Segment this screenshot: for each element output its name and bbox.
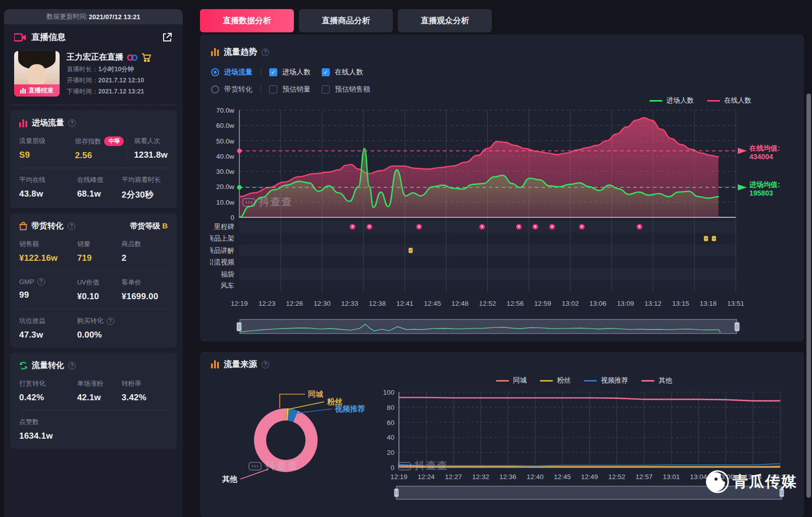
metric-value: 0.00%	[77, 330, 168, 340]
radio-enter-traffic[interactable]	[211, 68, 219, 76]
event-marker[interactable]	[704, 236, 708, 241]
streamer-card: 直播结束 王力宏正在直播 直播时长：1小时10分钟 开播时间：2021.7.12…	[4, 43, 183, 97]
svg-text:12:56: 12:56	[506, 300, 524, 307]
source-legend: 同城粉丝视频推荐其他	[496, 376, 672, 385]
metric-label: 销量	[77, 240, 122, 249]
donut-label-视频推荐: 视频推荐	[334, 404, 365, 413]
legend-item[interactable]: 粉丝	[540, 376, 571, 385]
brush-handle-left[interactable]	[394, 489, 398, 497]
help-icon[interactable]: ?	[68, 362, 76, 369]
radio-sales-conversion-label[interactable]: 带货转化	[224, 85, 252, 94]
checkbox-enter-count-label[interactable]: 进场人数	[282, 68, 311, 77]
svg-text:12:48: 12:48	[451, 300, 469, 307]
milestone-marker[interactable]	[479, 224, 485, 229]
divider	[10, 105, 177, 105]
checkbox-est-sales-label[interactable]: 预估销量	[282, 85, 311, 94]
live-status-badge: 直播结束	[14, 84, 60, 97]
svg-text:12:26: 12:26	[286, 300, 303, 307]
tab-2[interactable]: 直播商品分析	[299, 9, 393, 32]
milestone-marker[interactable]	[416, 224, 422, 229]
legend-item[interactable]: 视频推荐	[584, 376, 628, 385]
cart-icon[interactable]	[141, 53, 151, 62]
update-time-bar: 数据更新时间:2021/07/12 13:21	[4, 9, 183, 24]
streamer-avatar[interactable]: 直播结束	[14, 51, 60, 97]
metric-value: ¥1699.00	[122, 292, 168, 302]
svg-text:70.0w: 70.0w	[216, 107, 234, 114]
help-icon[interactable]: ?	[107, 317, 114, 325]
help-icon[interactable]: ?	[68, 119, 76, 127]
analysis-tabs: 直播数据分析直播商品分析直播观众分析	[200, 9, 492, 32]
help-icon[interactable]: ?	[262, 361, 269, 368]
legend-item[interactable]: 其他	[641, 376, 672, 385]
checkbox-online-count[interactable]: ✓	[322, 68, 330, 76]
trend-chart: 70.0w60.0w50.0w40.0w30.0w20.0w10.0w0在线均值…	[210, 105, 796, 339]
milestone-marker[interactable]	[637, 224, 642, 229]
svg-text:30.0w: 30.0w	[216, 168, 234, 175]
brush-handle-right[interactable]	[735, 322, 739, 331]
streamer-name[interactable]: 王力宏正在直播	[67, 52, 123, 63]
svg-text:福袋: 福袋	[221, 270, 234, 278]
link-icon[interactable]	[127, 54, 138, 61]
milestone-marker[interactable]	[367, 224, 372, 229]
metric-value: 99	[19, 290, 77, 300]
metric-label: 在线峰值	[77, 175, 122, 184]
sales-title: 带货转化	[31, 221, 64, 231]
donut-slice-其他[interactable]	[254, 408, 318, 472]
tab-1[interactable]: 直播数据分析	[200, 9, 294, 32]
svg-text:12:19: 12:19	[390, 473, 408, 481]
svg-text:13:09: 13:09	[617, 300, 634, 307]
metric-value: 68.1w	[77, 189, 122, 199]
checkbox-est-sales[interactable]	[269, 85, 277, 93]
metric-label: 平均观看时长	[122, 175, 168, 184]
svg-text:12:23: 12:23	[259, 300, 276, 307]
milestone-marker[interactable]	[579, 224, 585, 229]
checkbox-enter-count[interactable]: ✓	[269, 68, 277, 76]
svg-text:12:40: 12:40	[527, 473, 544, 481]
metric-label: 销售额	[19, 240, 77, 249]
metric-label: 点赞数	[19, 417, 168, 427]
milestone-marker[interactable]	[532, 224, 538, 229]
metric-label: 留存指数中等	[75, 136, 126, 146]
svg-text:40.0w: 40.0w	[216, 153, 234, 160]
milestone-marker[interactable]	[549, 224, 555, 229]
event-marker[interactable]	[712, 236, 716, 241]
svg-text:20: 20	[387, 449, 394, 456]
enter-traffic-card: 进场流量 ? 流量层级S9 留存指数中等2.56 观看人次1231.8w 平均在…	[10, 110, 177, 208]
source-line-chart: 02040608010012:1912:2412:2712:3212:3612:…	[372, 387, 804, 517]
milestone-marker[interactable]	[350, 224, 356, 229]
trend-brush[interactable]	[237, 319, 739, 334]
metric-label: 流量层级	[19, 136, 75, 146]
svg-text:里程碑: 里程碑	[214, 223, 235, 230]
svg-text:12:52: 12:52	[479, 300, 496, 307]
page-scrollbar[interactable]	[806, 93, 811, 498]
svg-text:商品上架: 商品上架	[210, 234, 234, 242]
help-icon[interactable]: ?	[68, 222, 75, 230]
checkbox-online-count-label[interactable]: 在线人数	[335, 68, 363, 77]
metric-label: 单场涨粉	[77, 379, 122, 388]
help-icon[interactable]: ?	[262, 49, 269, 56]
checkbox-est-revenue[interactable]	[322, 85, 330, 93]
checkbox-est-revenue-label[interactable]: 预估销售额	[335, 85, 370, 94]
legend-item[interactable]: 进场人数	[649, 96, 694, 105]
legend-item[interactable]: 在线人数	[707, 96, 751, 105]
svg-text:80: 80	[387, 404, 394, 411]
radio-sales-conversion[interactable]	[211, 85, 219, 93]
metric-label: UV价值	[77, 278, 122, 287]
milestone-marker[interactable]	[516, 224, 522, 229]
tab-3[interactable]: 直播观众分析	[398, 9, 492, 32]
external-link-icon[interactable]	[162, 32, 173, 43]
legend-item[interactable]: 同城	[496, 376, 527, 385]
event-marker[interactable]	[409, 248, 413, 253]
svg-text:60.0w: 60.0w	[216, 122, 234, 129]
metric-value: 2.56	[75, 151, 126, 161]
sales-grade: 带货等级B	[130, 221, 168, 231]
svg-text:13:02: 13:02	[562, 300, 579, 307]
metric-value: 719	[77, 253, 122, 263]
radio-enter-traffic-label[interactable]: 进场流量	[224, 68, 252, 77]
svg-text:434004: 434004	[749, 153, 773, 161]
metric-value: ¥0.10	[77, 292, 122, 302]
brush-handle-left[interactable]	[237, 322, 241, 331]
svg-text:12:41: 12:41	[396, 300, 414, 307]
metric-value: 47.3w	[19, 330, 77, 340]
help-icon[interactable]: ?	[37, 278, 45, 286]
